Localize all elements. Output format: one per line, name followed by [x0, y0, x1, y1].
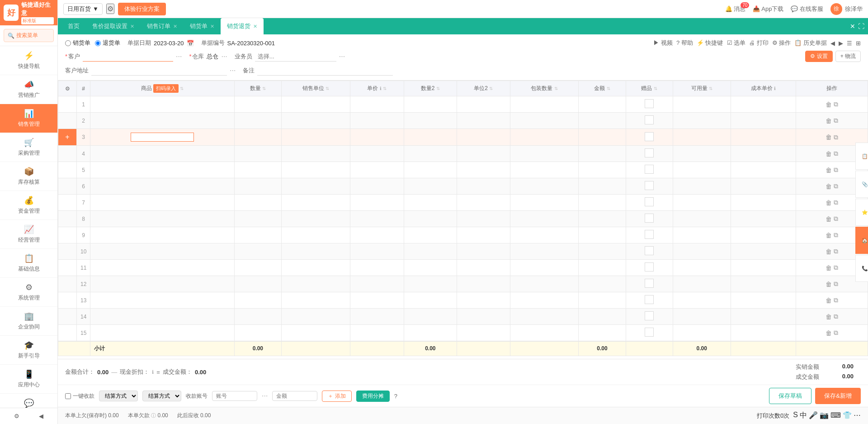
row-unit2-cell[interactable]	[457, 292, 510, 309]
row-gift-cell[interactable]	[626, 309, 673, 325]
row-copy-btn[interactable]: ⧉	[834, 166, 838, 174]
status-debt-info[interactable]: ⓘ	[151, 413, 156, 418]
row-product-cell[interactable]	[90, 146, 234, 162]
row-copy-btn[interactable]: ⧉	[834, 182, 838, 190]
one-click-pay-checkbox[interactable]: 一键收款	[65, 392, 94, 400]
video-btn[interactable]: ▶ 视频	[653, 39, 673, 47]
row-pack-qty-cell[interactable]	[510, 227, 579, 243]
row-quantity-cell[interactable]	[234, 260, 281, 276]
sidebar-item-enterprise[interactable]: 🏢 企业协同	[0, 307, 57, 336]
next-record-btn[interactable]: ▶	[839, 40, 843, 47]
row-copy-btn[interactable]: ⧉	[834, 100, 838, 108]
row-amount-cell[interactable]	[579, 211, 626, 227]
row-available-cell[interactable]	[673, 178, 731, 195]
row-delete-btn[interactable]: 🗑	[826, 264, 832, 272]
row-cost-price-cell[interactable]	[731, 162, 796, 178]
row-amount-cell[interactable]	[579, 113, 626, 129]
fee-help-btn[interactable]: ?	[394, 393, 397, 400]
gift-checkbox[interactable]	[645, 165, 654, 174]
row-price-cell[interactable]	[350, 96, 404, 113]
row-unit2-cell[interactable]	[457, 146, 510, 162]
row-price-cell[interactable]	[350, 292, 404, 309]
sidebar-item-marketing[interactable]: 📣 营销推广	[0, 75, 57, 104]
gift-checkbox[interactable]	[645, 148, 654, 157]
row-gift-cell[interactable]	[626, 113, 673, 129]
online-service-btn[interactable]: 💬 在线客服	[791, 5, 823, 13]
row-product-cell[interactable]	[90, 292, 234, 309]
sidebar-item-system[interactable]: ⚙ 系统管理	[0, 278, 57, 307]
row-pack-qty-cell[interactable]	[510, 162, 579, 178]
row-delete-btn[interactable]: 🗑	[826, 297, 832, 304]
sale-unit-sort-icon[interactable]: ⇅	[326, 86, 329, 91]
row-gift-cell[interactable]	[626, 96, 673, 113]
row-quantity-cell[interactable]	[234, 211, 281, 227]
row-quantity-cell[interactable]	[234, 309, 281, 325]
row-gift-cell[interactable]	[626, 162, 673, 178]
row-pack-qty-cell[interactable]	[510, 129, 579, 146]
row-unit2-cell[interactable]	[457, 211, 510, 227]
row-sale-unit-cell[interactable]	[281, 276, 350, 292]
row-quantity-cell[interactable]	[234, 195, 281, 211]
row-available-cell[interactable]	[673, 129, 731, 146]
row-pack-qty-cell[interactable]	[510, 276, 579, 292]
row-qty2-cell[interactable]	[404, 227, 457, 243]
row-gift-cell[interactable]	[626, 292, 673, 309]
warehouse-dots[interactable]: ···	[221, 52, 227, 61]
row-cost-price-cell[interactable]	[731, 292, 796, 309]
one-click-pay-check[interactable]	[65, 393, 71, 399]
row-amount-cell[interactable]	[579, 325, 626, 342]
row-delete-btn[interactable]: 🗑	[826, 215, 832, 223]
row-cost-price-cell[interactable]	[731, 211, 796, 227]
row-amount-cell[interactable]	[579, 260, 626, 276]
date-picker-btn[interactable]: 📅	[187, 40, 194, 47]
gift-checkbox[interactable]	[645, 99, 654, 108]
select-btn[interactable]: ☑ 选单	[727, 39, 746, 47]
barcode-scan-btn[interactable]: 扫码录入	[153, 84, 179, 93]
row-cost-price-cell[interactable]	[731, 178, 796, 195]
row-cost-price-cell[interactable]	[731, 113, 796, 129]
row-copy-btn[interactable]: ⧉	[834, 199, 838, 206]
row-unit2-cell[interactable]	[457, 129, 510, 146]
row-sale-unit-cell[interactable]	[281, 162, 350, 178]
row-amount-cell[interactable]	[579, 178, 626, 195]
row-sale-unit-cell[interactable]	[281, 178, 350, 195]
save-new-btn[interactable]: 保存&新增	[815, 388, 861, 404]
tab-sale-return-close[interactable]: ✕	[253, 24, 257, 29]
logistics-btn[interactable]: + 物流	[835, 51, 861, 62]
row-price-cell[interactable]	[350, 260, 404, 276]
row-unit2-cell[interactable]	[457, 227, 510, 243]
row-available-cell[interactable]	[673, 146, 731, 162]
row-cost-price-cell[interactable]	[731, 195, 796, 211]
row-sale-unit-cell[interactable]	[281, 227, 350, 243]
sidebar-collapse-btn[interactable]: ◀	[39, 413, 43, 419]
row-copy-btn[interactable]: ⧉	[834, 215, 838, 223]
gift-sort-icon[interactable]: ⇅	[654, 86, 657, 91]
row-available-cell[interactable]	[673, 96, 731, 113]
right-panel-btn-4[interactable]: 🏠	[855, 227, 868, 254]
row-amount-cell[interactable]	[579, 292, 626, 309]
row-sale-unit-cell[interactable]	[281, 146, 350, 162]
row-sale-unit-cell[interactable]	[281, 309, 350, 325]
row-gift-cell[interactable]	[626, 178, 673, 195]
row-cost-price-cell[interactable]	[731, 227, 796, 243]
row-cost-price-cell[interactable]	[731, 309, 796, 325]
save-draft-btn[interactable]: 保存草稿	[769, 388, 811, 404]
sidebar-item-quick-nav[interactable]: ⚡ 快捷导航	[0, 46, 57, 75]
row-product-cell[interactable]	[90, 325, 234, 342]
notifications-btn[interactable]: 🔔 消息 70	[725, 5, 746, 13]
fee-split-btn[interactable]: 费用分摊	[356, 391, 390, 402]
price-sort-icon[interactable]: ⇅	[383, 86, 387, 91]
row-product-cell[interactable]	[90, 195, 234, 211]
row-delete-btn[interactable]: 🗑	[826, 199, 832, 206]
row-quantity-cell[interactable]	[234, 227, 281, 243]
row-delete-btn[interactable]: 🗑	[826, 248, 832, 255]
gift-checkbox[interactable]	[645, 295, 654, 304]
row-available-cell[interactable]	[673, 227, 731, 243]
row-copy-btn[interactable]: ⧉	[834, 150, 838, 157]
unit2-sort-icon[interactable]: ⇅	[489, 86, 493, 91]
row-copy-btn[interactable]: ⧉	[834, 329, 838, 337]
row-pack-qty-cell[interactable]	[510, 325, 579, 342]
row-copy-btn[interactable]: ⧉	[834, 133, 838, 141]
row-price-cell[interactable]	[350, 211, 404, 227]
row-amount-cell[interactable]	[579, 243, 626, 260]
